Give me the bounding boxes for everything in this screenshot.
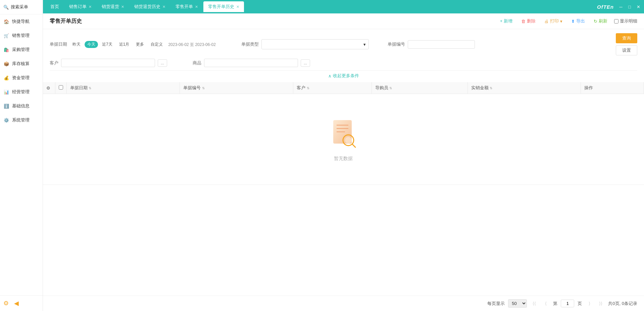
print-dropdown-icon: ▾ bbox=[560, 19, 562, 24]
customer-input[interactable] bbox=[61, 59, 155, 67]
customer-label: 客户 bbox=[50, 60, 58, 66]
page-number-input[interactable] bbox=[561, 300, 574, 307]
date-label: 单据日期 bbox=[50, 41, 67, 47]
close-btn[interactable]: ✕ bbox=[635, 4, 641, 10]
sidebar: 🔍 搜索采单 🏠 快捷导航 🛒 销售管理 🛍️ 采购管理 📦 库存核算 💰 资金… bbox=[0, 0, 43, 311]
maximize-btn[interactable]: □ bbox=[627, 4, 633, 10]
type-select[interactable]: ▾ bbox=[261, 39, 369, 49]
tab-sales-order[interactable]: 销售订单 ✕ bbox=[64, 1, 96, 12]
goods-input[interactable] bbox=[204, 59, 298, 67]
page-label-2: 页 bbox=[578, 301, 582, 307]
tab-retail-open-label: 零售开单 bbox=[176, 4, 193, 10]
add-button[interactable]: + 新增 bbox=[498, 17, 514, 25]
sidebar-item-label: 经营管理 bbox=[12, 89, 30, 95]
th-action-label: 操作 bbox=[584, 85, 593, 90]
main-area: 首页 销售订单 ✕ 销货退货 ✕ 销货退货历史 ✕ 零售开单 ✕ 零售开单历史 … bbox=[43, 0, 644, 311]
sidebar-item-label: 资金管理 bbox=[12, 75, 30, 81]
print-button[interactable]: 🖨 打印 ▾ bbox=[542, 17, 564, 25]
refresh-icon: ↻ bbox=[594, 19, 597, 24]
page-next-btn[interactable]: ⟩ bbox=[585, 300, 593, 308]
tab-sales-order-label: 销售订单 bbox=[69, 4, 87, 10]
sidebar-item-label: 快捷导航 bbox=[12, 18, 30, 24]
customer-ellipsis[interactable]: ... bbox=[158, 59, 167, 67]
sidebar-item-basic-info[interactable]: ℹ️ 基础信息 bbox=[0, 99, 43, 113]
sort-customer-icon[interactable]: ⇅ bbox=[307, 86, 309, 90]
th-check bbox=[55, 82, 66, 94]
empty-state: 暂无数据 bbox=[46, 97, 641, 182]
query-button[interactable]: 查询 bbox=[616, 33, 637, 43]
sidebar-bottom: ⚙ ◀ bbox=[0, 295, 43, 311]
goods-ellipsis[interactable]: ... bbox=[301, 59, 310, 67]
goods-label: 商品 bbox=[193, 60, 201, 66]
type-label: 单据类型 bbox=[241, 41, 259, 47]
date-custom[interactable]: 自定义 bbox=[148, 41, 165, 48]
sidebar-search[interactable]: 🔍 搜索采单 bbox=[0, 0, 43, 14]
sort-guide-icon[interactable]: ⇅ bbox=[389, 86, 392, 90]
date-more[interactable]: 更多 bbox=[133, 41, 147, 48]
tab-sales-return-history-close[interactable]: ✕ bbox=[162, 5, 165, 9]
th-guide-label: 导购员 bbox=[375, 85, 388, 90]
sort-number-icon[interactable]: ⇅ bbox=[202, 86, 205, 90]
sidebar-item-sales-mgmt[interactable]: 🛒 销售管理 bbox=[0, 29, 43, 43]
sidebar-item-inventory[interactable]: 📦 库存核算 bbox=[0, 57, 43, 71]
date-7days[interactable]: 近7天 bbox=[99, 41, 115, 48]
query-row-2: 客户 ... 商品 ... bbox=[50, 59, 637, 67]
page-last-btn[interactable]: ⟩⟩ bbox=[597, 300, 605, 308]
tab-retail-open-history-close[interactable]: ✕ bbox=[236, 5, 239, 9]
th-gear: ⚙ bbox=[43, 82, 55, 94]
tab-retail-open-history-label: 零售开单历史 bbox=[208, 4, 234, 10]
toolbar: + 新增 🗑 删除 🖨 打印 ▾ ⬆ 导出 ↻ 刷新 bbox=[498, 17, 637, 25]
sidebar-item-operations[interactable]: 📊 经营管理 bbox=[0, 85, 43, 99]
table-body: 暂无数据 bbox=[43, 94, 644, 185]
tab-home-label: 首页 bbox=[50, 4, 59, 10]
query-bar-wrapper: 单据日期 昨天 今天 近7天 近1月 更多 自定义 2023-06-02 至 2… bbox=[43, 29, 644, 82]
th-amount-label: 实销金额 bbox=[471, 85, 489, 90]
tab-sales-return[interactable]: 销货退货 ✕ bbox=[97, 1, 129, 12]
date-shortcuts: 昨天 今天 近7天 近1月 更多 自定义 bbox=[70, 41, 165, 48]
tab-sales-order-close[interactable]: ✕ bbox=[89, 5, 92, 9]
sidebar-item-sys-mgmt[interactable]: ⚙️ 系统管理 bbox=[0, 113, 43, 127]
empty-row: 暂无数据 bbox=[43, 94, 644, 185]
date-today[interactable]: 今天 bbox=[85, 41, 98, 48]
th-date-label: 单据日期 bbox=[70, 85, 88, 90]
tab-sales-return-history-label: 销货退货历史 bbox=[134, 4, 160, 10]
select-all-checkbox[interactable] bbox=[59, 85, 63, 90]
delete-button[interactable]: 🗑 删除 bbox=[519, 17, 538, 25]
settings-bottom-icon[interactable]: ⚙ bbox=[3, 300, 9, 307]
tab-retail-open[interactable]: 零售开单 ✕ bbox=[171, 1, 203, 12]
coin-icon: 💰 bbox=[3, 75, 9, 81]
date-1month[interactable]: 近1月 bbox=[116, 41, 132, 48]
sidebar-item-quick-nav[interactable]: 🏠 快捷导航 bbox=[0, 14, 43, 29]
cart-icon: 🛒 bbox=[3, 33, 9, 39]
gear-icon[interactable]: ⚙ bbox=[46, 86, 50, 91]
sidebar-item-purchase-mgmt[interactable]: 🛍️ 采购管理 bbox=[0, 43, 43, 57]
collapse-icon[interactable]: ◀ bbox=[14, 300, 19, 307]
show-detail-checkbox[interactable]: 显示明细 bbox=[614, 18, 637, 24]
date-yesterday[interactable]: 昨天 bbox=[70, 41, 83, 48]
export-button[interactable]: ⬆ 导出 bbox=[569, 17, 587, 25]
sidebar-item-finance[interactable]: 💰 资金管理 bbox=[0, 71, 43, 85]
th-customer-label: 客户 bbox=[297, 85, 305, 90]
show-detail-input[interactable] bbox=[614, 19, 618, 23]
refresh-button[interactable]: ↻ 刷新 bbox=[592, 17, 609, 25]
tab-retail-open-history[interactable]: 零售开单历史 ✕ bbox=[203, 1, 244, 12]
page-first-btn[interactable]: ⟨⟨ bbox=[530, 300, 538, 308]
number-input[interactable] bbox=[408, 40, 475, 49]
sort-amount-icon[interactable]: ⇅ bbox=[490, 86, 492, 90]
collapse-up-icon: ∧ bbox=[328, 73, 332, 79]
collapse-more[interactable]: ∧ 收起更多条件 bbox=[50, 70, 637, 81]
th-number: 单据编号 ⇅ bbox=[180, 82, 293, 94]
tab-retail-open-close[interactable]: ✕ bbox=[195, 5, 198, 9]
page-prev-btn[interactable]: ⟨ bbox=[542, 300, 550, 308]
minimize-btn[interactable]: ─ bbox=[618, 4, 624, 10]
tab-sales-return-history[interactable]: 销货退货历史 ✕ bbox=[130, 1, 170, 12]
sort-date-icon[interactable]: ⇅ bbox=[89, 86, 91, 90]
settings-button[interactable]: 设置 bbox=[616, 45, 637, 55]
page-size-select[interactable]: 20 50 100 200 bbox=[508, 299, 527, 308]
table-header-row: ⚙ 单据日期 ⇅ 单据编号 ⇅ bbox=[43, 82, 644, 94]
tab-home[interactable]: 首页 bbox=[46, 1, 64, 12]
tab-sales-return-close[interactable]: ✕ bbox=[121, 5, 124, 9]
page-label: 第 bbox=[553, 301, 557, 307]
th-guide: 导购员 ⇅ bbox=[371, 82, 467, 94]
gear-icon: ⚙️ bbox=[3, 117, 9, 123]
